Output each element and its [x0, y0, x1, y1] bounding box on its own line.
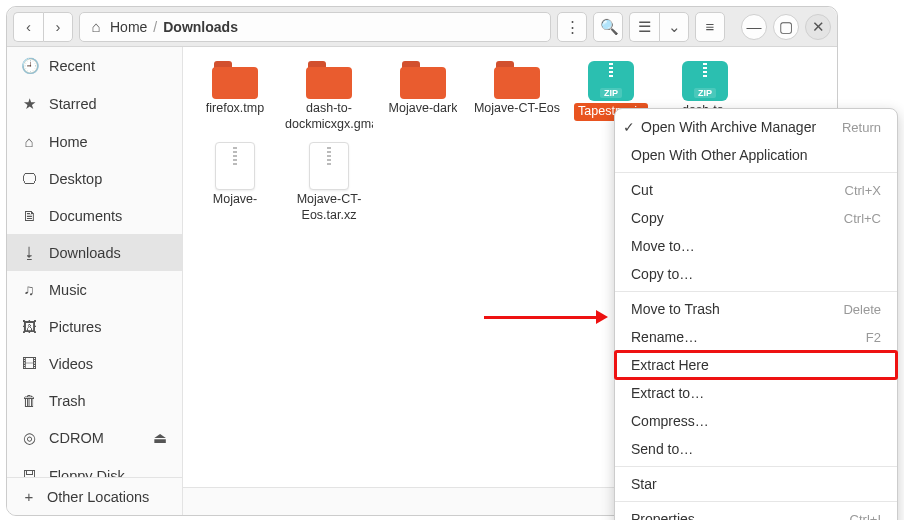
- menu-item-shortcut: Ctrl+C: [844, 211, 881, 226]
- pathbar[interactable]: ⌂ Home / Downloads: [79, 12, 551, 42]
- sidebar-item-home[interactable]: ⌂Home: [7, 123, 182, 160]
- menu-item-send-to[interactable]: Send to…: [615, 435, 897, 463]
- menu-item-rename[interactable]: Rename…F2: [615, 323, 897, 351]
- file-label: dash-to-dockmicxgx.gmail.co…: [285, 101, 373, 132]
- menu-item-label: Properties: [631, 511, 695, 520]
- breadcrumb-current[interactable]: Downloads: [163, 19, 238, 35]
- eject-icon[interactable]: ⏏: [152, 429, 168, 447]
- titlebar: ‹ › ⌂ Home / Downloads ⋮ 🔍 ☰ ⌄ ≡ — ▢ ✕: [7, 7, 837, 47]
- archive-icon: [215, 142, 255, 190]
- menu-item-move-to[interactable]: Move to…: [615, 232, 897, 260]
- menu-item-label: Move to Trash: [631, 301, 720, 317]
- archive-icon: [309, 142, 349, 190]
- list-view-button[interactable]: ☰: [629, 12, 659, 42]
- menu-item-open-with-other-application[interactable]: Open With Other Application: [615, 141, 897, 169]
- hamburger-icon: ≡: [702, 18, 718, 35]
- search-button[interactable]: 🔍: [593, 12, 623, 42]
- sidebar-item-downloads[interactable]: ⭳Downloads: [7, 234, 182, 271]
- menu-item-compress[interactable]: Compress…: [615, 407, 897, 435]
- sidebar-item-starred[interactable]: ★Starred: [7, 85, 182, 123]
- menu-item-extract-to[interactable]: Extract to…: [615, 379, 897, 407]
- menu-separator: [615, 172, 897, 173]
- menu-item-shortcut: Ctrl+X: [845, 183, 881, 198]
- home-icon: ⌂: [88, 18, 104, 35]
- file-item[interactable]: Mojave-CT-Eos: [471, 59, 563, 134]
- menu-item-label: Copy to…: [631, 266, 693, 282]
- menu-separator: [615, 501, 897, 502]
- menu-item-label: Open With Archive Manager: [641, 119, 816, 135]
- sidebar-item-floppy-disk[interactable]: 🖫Floppy Disk: [7, 457, 182, 477]
- menu-item-cut[interactable]: CutCtrl+X: [615, 176, 897, 204]
- sidebar-item-cdrom[interactable]: ◎CDROM⏏: [7, 419, 182, 457]
- menu-item-label: Star: [631, 476, 657, 492]
- zip-icon: ZIP: [588, 61, 634, 101]
- sidebar-item-label: Recent: [49, 58, 95, 74]
- file-label: Mojave-CT-Eos.tar.xz: [285, 192, 373, 223]
- menu-item-shortcut: Delete: [843, 302, 881, 317]
- file-item[interactable]: Mojave-: [189, 140, 281, 225]
- sidebar-footer-label: Other Locations: [47, 489, 149, 505]
- file-item[interactable]: Mojave-CT-Eos.tar.xz: [283, 140, 375, 225]
- window-buttons: — ▢ ✕: [741, 14, 831, 40]
- menu-item-copy-to[interactable]: Copy to…: [615, 260, 897, 288]
- minimize-button[interactable]: —: [741, 14, 767, 40]
- sidebar-item-label: CDROM: [49, 430, 104, 446]
- breadcrumb-home[interactable]: Home: [110, 19, 147, 35]
- sidebar-list: 🕘Recent★Starred⌂Home🖵Desktop🗎Documents⭳D…: [7, 47, 182, 477]
- sidebar-item-label: Trash: [49, 393, 86, 409]
- starred-icon: ★: [21, 95, 37, 113]
- sidebar-item-label: Desktop: [49, 171, 102, 187]
- view-controls: ☰ ⌄ ≡: [629, 12, 725, 42]
- cdrom-icon: ◎: [21, 429, 37, 447]
- menu-item-extract-here[interactable]: Extract Here: [615, 351, 897, 379]
- menu-item-shortcut: Ctrl+I: [850, 512, 881, 521]
- sidebar-item-trash[interactable]: 🗑Trash: [7, 382, 182, 419]
- more-button[interactable]: ⋮: [557, 12, 587, 42]
- menu-item-copy[interactable]: CopyCtrl+C: [615, 204, 897, 232]
- music-icon: ♫: [21, 281, 37, 298]
- folder-icon: [212, 61, 258, 99]
- file-item[interactable]: firefox.tmp: [189, 59, 281, 134]
- sidebar-item-label: Downloads: [49, 245, 121, 261]
- hamburger-menu-button[interactable]: ≡: [695, 12, 725, 42]
- menu-item-label: Cut: [631, 182, 653, 198]
- sidebar-item-videos[interactable]: 🎞Videos: [7, 345, 182, 382]
- sidebar-item-label: Pictures: [49, 319, 101, 335]
- sidebar-item-label: Music: [49, 282, 87, 298]
- menu-item-open-with-archive-manager[interactable]: Open With Archive ManagerReturn: [615, 113, 897, 141]
- menu-item-star[interactable]: Star: [615, 470, 897, 498]
- menu-separator: [615, 291, 897, 292]
- view-dropdown-button[interactable]: ⌄: [659, 12, 689, 42]
- file-item[interactable]: dash-to-dockmicxgx.gmail.co…: [283, 59, 375, 134]
- menu-item-properties[interactable]: PropertiesCtrl+I: [615, 505, 897, 520]
- file-label: Mojave-CT-Eos: [474, 101, 560, 117]
- file-item[interactable]: Mojave-dark: [377, 59, 469, 134]
- downloads-icon: ⭳: [21, 244, 37, 261]
- sidebar-item-recent[interactable]: 🕘Recent: [7, 47, 182, 85]
- list-icon: ☰: [637, 18, 653, 36]
- trash-icon: 🗑: [21, 392, 37, 409]
- folder-icon: [306, 61, 352, 99]
- sidebar-item-music[interactable]: ♫Music: [7, 271, 182, 308]
- folder-icon: [494, 61, 540, 99]
- minimize-icon: —: [746, 18, 762, 35]
- close-button[interactable]: ✕: [805, 14, 831, 40]
- nav-group: ‹ ›: [13, 12, 73, 42]
- menu-item-move-to-trash[interactable]: Move to TrashDelete: [615, 295, 897, 323]
- sidebar-other-locations[interactable]: + Other Locations: [7, 477, 182, 515]
- documents-icon: 🗎: [21, 207, 37, 224]
- menu-item-label: Open With Other Application: [631, 147, 808, 163]
- chevron-right-icon: ›: [50, 18, 66, 35]
- menu-item-shortcut: Return: [842, 120, 881, 135]
- sidebar-item-desktop[interactable]: 🖵Desktop: [7, 160, 182, 197]
- sidebar-item-pictures[interactable]: 🖼Pictures: [7, 308, 182, 345]
- menu-item-label: Move to…: [631, 238, 695, 254]
- maximize-button[interactable]: ▢: [773, 14, 799, 40]
- desktop-icon: 🖵: [21, 170, 37, 187]
- back-button[interactable]: ‹: [13, 12, 43, 42]
- kebab-icon: ⋮: [564, 18, 580, 36]
- forward-button[interactable]: ›: [43, 12, 73, 42]
- menu-item-label: Copy: [631, 210, 664, 226]
- sidebar-item-documents[interactable]: 🗎Documents: [7, 197, 182, 234]
- zip-icon: ZIP: [682, 61, 728, 101]
